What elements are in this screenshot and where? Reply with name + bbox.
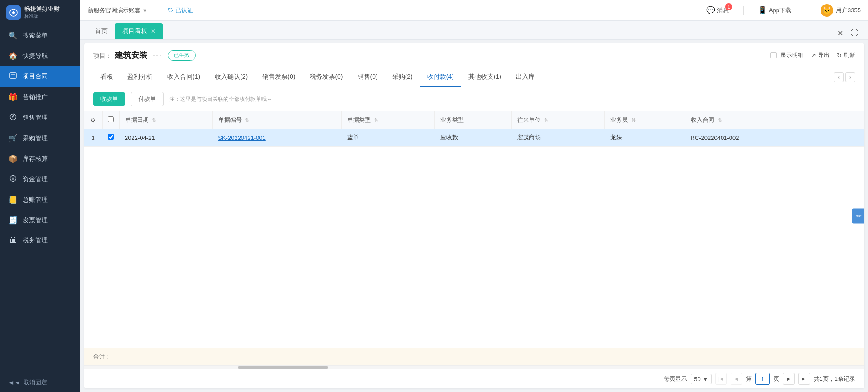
table-row[interactable]: 1 2022-04-21 SK-20220421-001 蓝单 应收款 宏茂商场… bbox=[84, 129, 864, 147]
app-logo-icon bbox=[6, 5, 21, 20]
next-page-button[interactable]: ► bbox=[783, 373, 795, 385]
certified-badge: 🛡 已认证 bbox=[168, 6, 193, 14]
sub-tab-income-contract[interactable]: 收入合同(1) bbox=[160, 67, 208, 87]
user-menu[interactable]: 🐱 用户3355 bbox=[821, 4, 861, 17]
sales-icon bbox=[8, 113, 18, 122]
project-title: 项目：建筑安装 bbox=[93, 50, 147, 61]
column-income-contract[interactable]: 收入合同 ⇅ bbox=[685, 111, 864, 129]
show-detail-checkbox[interactable]: 显示明细 bbox=[770, 51, 804, 59]
select-all-checkbox[interactable] bbox=[108, 116, 114, 122]
svg-text:¥: ¥ bbox=[11, 177, 14, 181]
project-header: 项目：建筑安装 ··· 已生效 显示明细 ↗ 导出 ↻ 刷新 bbox=[84, 43, 864, 67]
svg-point-4 bbox=[10, 114, 16, 120]
ledger-icon: 📒 bbox=[8, 196, 18, 204]
project-prefix: 项目： bbox=[93, 52, 112, 59]
arrow-left-icon[interactable]: ‹ bbox=[834, 72, 844, 82]
data-table: ⚙ 单据日期 ⇅ 单据编号 ⇅ 单据类型 bbox=[84, 111, 864, 147]
refresh-button[interactable]: ↻ 刷新 bbox=[837, 51, 855, 59]
sidebar-item-sales[interactable]: 销售管理 bbox=[0, 107, 80, 128]
box-icon: 📦 bbox=[8, 154, 18, 163]
project-icon bbox=[8, 72, 18, 81]
row-index: 1 bbox=[84, 129, 102, 147]
sidebar-item-tax[interactable]: 🏛 税务管理 bbox=[0, 230, 80, 250]
column-number[interactable]: 单据编号 ⇅ bbox=[212, 111, 341, 129]
unpin-icon: ◄◄ bbox=[8, 379, 21, 386]
current-page-input[interactable]: 1 bbox=[755, 373, 770, 385]
messages-button[interactable]: 💬 消息 1 bbox=[706, 6, 729, 14]
sidebar-item-label: 发票管理 bbox=[23, 216, 48, 225]
topbar-divider bbox=[160, 6, 160, 15]
arrow-right-icon[interactable]: › bbox=[845, 72, 855, 82]
sub-tab-income-confirm[interactable]: 收入确认(2) bbox=[208, 67, 255, 87]
toolbar: 收款单 付款单 注：这里是与项目关联的全部收付款单哦～ bbox=[84, 87, 864, 111]
sub-tab-receipt[interactable]: 收付款(4) bbox=[420, 67, 461, 87]
scrollbar-thumb[interactable] bbox=[238, 366, 328, 369]
column-partner[interactable]: 往来单位 ⇅ bbox=[512, 111, 605, 129]
sidebar-item-label: 项目合同 bbox=[23, 72, 48, 81]
row-salesperson: 龙妹 bbox=[605, 129, 685, 147]
sub-tab-purchase[interactable]: 采购(2) bbox=[385, 67, 420, 87]
feedback-icon: ✏ bbox=[855, 212, 863, 220]
sidebar-item-capital[interactable]: ¥ 资金管理 bbox=[0, 169, 80, 190]
sidebar-item-marketing[interactable]: 🎁 营销推广 bbox=[0, 87, 80, 107]
home-icon: 🏠 bbox=[8, 52, 18, 60]
per-page-select[interactable]: 50 ▼ bbox=[691, 374, 711, 384]
sub-tab-stock[interactable]: 出入库 bbox=[509, 67, 542, 87]
sub-tab-sales-invoice[interactable]: 销售发票(0) bbox=[255, 67, 302, 87]
sub-tab-profit[interactable]: 盈利分析 bbox=[120, 67, 160, 87]
column-salesperson[interactable]: 业务员 ⇅ bbox=[605, 111, 685, 129]
tab-project-board[interactable]: 项目看板 ✕ bbox=[115, 23, 163, 39]
row-income-contract: RC-20220401-002 bbox=[685, 129, 864, 147]
app-logo: 畅捷通好业财 标准版 bbox=[0, 0, 80, 25]
horizontal-scrollbar[interactable] bbox=[84, 365, 864, 369]
sidebar-item-label: 税务管理 bbox=[23, 236, 48, 244]
svg-rect-1 bbox=[10, 73, 16, 78]
column-date[interactable]: 单据日期 ⇅ bbox=[119, 111, 212, 129]
app-download-button[interactable]: 📱 App下载 bbox=[758, 6, 791, 14]
sidebar-item-purchase[interactable]: 🛒 采购管理 bbox=[0, 128, 80, 148]
sub-tab-sales[interactable]: 销售(0) bbox=[350, 67, 385, 87]
export-button[interactable]: ↗ 导出 bbox=[811, 51, 830, 59]
receipt-button[interactable]: 收款单 bbox=[93, 92, 125, 106]
avatar: 🐱 bbox=[821, 4, 833, 17]
sidebar-item-inventory[interactable]: 📦 库存核算 bbox=[0, 148, 80, 169]
row-number-link[interactable]: SK-20220421-001 bbox=[218, 134, 266, 141]
sidebar-item-label: 资金管理 bbox=[23, 175, 48, 183]
sub-tab-kanban[interactable]: 看板 bbox=[93, 67, 120, 87]
account-selector[interactable]: 新服务官网演示账套 ▼ bbox=[88, 6, 147, 14]
row-check[interactable] bbox=[102, 129, 119, 147]
close-panel-button[interactable]: ✕ bbox=[834, 27, 846, 39]
last-page-button[interactable]: ►| bbox=[798, 373, 810, 385]
sidebar-item-ledger[interactable]: 📒 总账管理 bbox=[0, 190, 80, 210]
message-icon: 💬 bbox=[706, 6, 715, 14]
topbar-right: 💬 消息 1 📱 App下载 🐱 用户3355 bbox=[706, 4, 861, 17]
payment-button[interactable]: 付款单 bbox=[131, 92, 164, 106]
sub-tab-other-income[interactable]: 其他收支(1) bbox=[461, 67, 509, 87]
page-label: 第 bbox=[746, 375, 752, 383]
more-options-button[interactable]: ··· bbox=[153, 51, 162, 60]
feedback-widget[interactable]: ✏ bbox=[852, 209, 864, 224]
tab-close-icon[interactable]: ✕ bbox=[151, 28, 156, 34]
tab-home[interactable]: 首页 bbox=[88, 23, 115, 39]
sidebar-item-invoice[interactable]: 🧾 发票管理 bbox=[0, 210, 80, 230]
row-number[interactable]: SK-20220421-001 bbox=[212, 129, 341, 147]
row-checkbox[interactable] bbox=[108, 134, 114, 140]
checkbox-icon bbox=[770, 52, 777, 58]
column-settings[interactable]: ⚙ bbox=[84, 111, 102, 129]
mobile-icon: 📱 bbox=[758, 6, 767, 14]
prev-page-button[interactable]: ◄ bbox=[731, 373, 742, 385]
column-type[interactable]: 单据类型 ⇅ bbox=[342, 111, 435, 129]
sidebar-item-project[interactable]: 项目合同 bbox=[0, 66, 80, 87]
sidebar-item-quick-nav[interactable]: 🏠 快捷导航 bbox=[0, 46, 80, 66]
sidebar-nav: 🔍 搜索菜单 🏠 快捷导航 项目合同 🎁 营销推广 bbox=[0, 25, 80, 373]
maximize-button[interactable]: ⛶ bbox=[848, 27, 861, 39]
sidebar-item-search[interactable]: 🔍 搜索菜单 bbox=[0, 25, 80, 46]
sort-icon: ⇅ bbox=[718, 117, 722, 123]
sub-tab-tax-invoice[interactable]: 税务发票(0) bbox=[302, 67, 350, 87]
total-label: 合计： bbox=[93, 353, 111, 361]
topbar-divider2 bbox=[743, 6, 744, 15]
first-page-button[interactable]: |◄ bbox=[715, 373, 727, 385]
sidebar-item-label: 库存核算 bbox=[23, 155, 48, 163]
main-area: 新服务官网演示账套 ▼ 🛡 已认证 💬 消息 1 📱 App下载 🐱 用户335… bbox=[80, 0, 868, 392]
unpin-button[interactable]: ◄◄ 取消固定 bbox=[0, 373, 80, 392]
